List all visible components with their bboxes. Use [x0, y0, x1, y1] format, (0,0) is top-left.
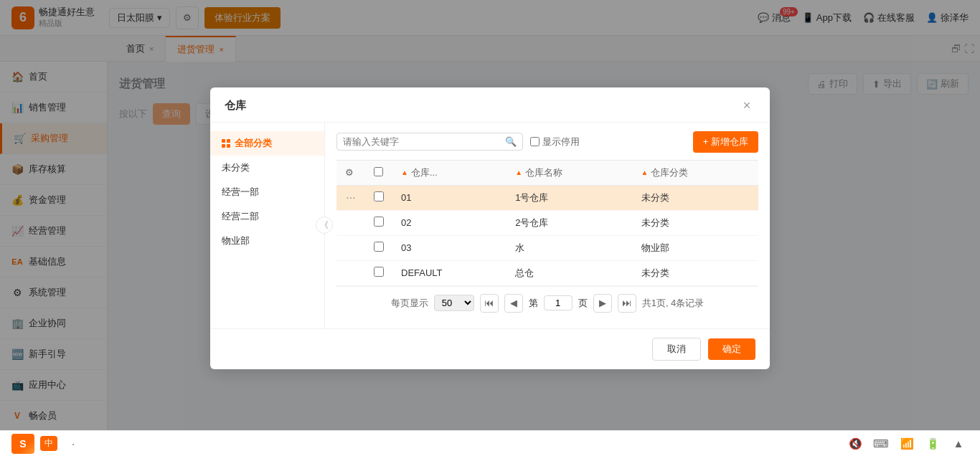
cat-property-dept-label: 物业部	[222, 234, 250, 247]
row-code-1: 01	[392, 185, 507, 210]
modal-body: 全部分类 《 未分类 经营一部 经营二部 物业部	[210, 123, 770, 328]
battery-icon[interactable]: 🔋	[923, 434, 943, 454]
th-gear: ⚙	[336, 160, 365, 185]
next-page-btn[interactable]: ▶	[593, 294, 612, 313]
row-check-2	[365, 210, 392, 235]
row-category-4: 未分类	[633, 260, 758, 285]
row-name-3: 水	[507, 235, 632, 260]
cat-collapse-btn[interactable]: 《	[316, 217, 333, 234]
dot-icon: ·	[63, 434, 83, 454]
row-checkbox-1[interactable]	[374, 191, 384, 201]
pagination-bar: 每页显示 50 100 200 ⏮ ◀ 第 页 ▶ ⏭ 共1页, 4条记录	[336, 286, 758, 320]
row-name-2: 2号仓库	[507, 210, 632, 235]
table-body: ··· 01 1号仓库 未分类	[336, 185, 758, 285]
first-page-btn[interactable]: ⏮	[480, 294, 499, 313]
grid-icon	[222, 139, 230, 148]
row-actions-2	[336, 210, 365, 235]
row-code-3: 03	[392, 235, 507, 260]
confirm-button[interactable]: 确定	[708, 338, 755, 360]
add-warehouse-btn[interactable]: + 新增仓库	[693, 131, 758, 153]
row-actions-4	[336, 260, 365, 285]
wifi-icon[interactable]: 📶	[897, 434, 917, 454]
search-icon: 🔍	[505, 136, 517, 147]
th-check	[365, 160, 392, 185]
cat-all-item[interactable]: 全部分类	[210, 131, 324, 156]
warehouse-table: ⚙ ▲ 仓库...	[336, 160, 758, 286]
row-checkbox-4[interactable]	[374, 267, 384, 277]
per-page-select[interactable]: 50 100 200	[434, 295, 474, 311]
row-actions-3	[336, 235, 365, 260]
row-category-2: 未分类	[633, 210, 758, 235]
th-name: ▲ 仓库名称	[507, 160, 632, 185]
cat-all-label: 全部分类	[235, 137, 272, 150]
table-row[interactable]: ··· 01 1号仓库 未分类	[336, 185, 758, 210]
search-input[interactable]	[343, 136, 501, 147]
cancel-button[interactable]: 取消	[652, 338, 701, 361]
row-check-3	[365, 235, 392, 260]
row-check-1	[365, 185, 392, 210]
page-input[interactable]	[544, 295, 573, 310]
zh-icon: 中	[40, 436, 57, 451]
cat-property-dept[interactable]: 物业部	[210, 229, 324, 253]
row-category-1: 未分类	[633, 185, 758, 210]
select-all-checkbox[interactable]	[374, 167, 383, 176]
row-name-4: 总仓	[507, 260, 632, 285]
sort-icon: ▲	[401, 168, 408, 176]
bottom-bar: S 中 · 🔇 ⌨ 📶 🔋 ▲	[0, 430, 980, 456]
table-header-row: ⚙ ▲ 仓库...	[336, 160, 758, 185]
more-icon-1[interactable]: ···	[346, 191, 355, 204]
cat-ops-dept2[interactable]: 经营二部	[210, 204, 324, 229]
cat-unclassified-label: 未分类	[222, 161, 250, 174]
row-name-1: 1号仓库	[507, 185, 632, 210]
category-sidebar: 全部分类 《 未分类 经营一部 经营二部 物业部	[210, 123, 325, 328]
last-page-btn[interactable]: ⏭	[618, 294, 636, 313]
prev-page-btn[interactable]: ◀	[504, 294, 523, 313]
bottom-left: S 中 ·	[11, 434, 83, 454]
per-page-label: 每页显示	[391, 297, 428, 310]
row-code-2: 02	[392, 210, 507, 235]
modal-footer: 取消 确定	[210, 328, 770, 369]
th-category: ▲ 仓库分类	[633, 160, 758, 185]
page-total: 共1页, 4条记录	[642, 297, 705, 310]
show-disabled-label[interactable]: 显示停用	[530, 136, 580, 148]
search-input-wrap[interactable]: 🔍	[336, 133, 523, 151]
modal-title: 仓库	[225, 99, 246, 113]
show-disabled-text: 显示停用	[542, 136, 580, 148]
warehouse-modal: 仓库 × 全部分类 《 未分类 经营一部	[210, 87, 770, 369]
table-row[interactable]: 02 2号仓库 未分类	[336, 210, 758, 235]
more-icon[interactable]: ▲	[948, 434, 969, 454]
row-category-3: 物业部	[633, 235, 758, 260]
close-icon: ×	[743, 98, 751, 113]
row-actions-1: ···	[336, 185, 365, 210]
table-container: ⚙ ▲ 仓库...	[336, 160, 758, 286]
table-area: 🔍 显示停用 + 新增仓库 ⚙	[325, 123, 770, 328]
table-row[interactable]: 03 水 物业部	[336, 235, 758, 260]
keyboard-icon[interactable]: ⌨	[871, 434, 891, 454]
row-code-4: DEFAULT	[392, 260, 507, 285]
page-label: 第	[529, 297, 538, 310]
table-row[interactable]: DEFAULT 总仓 未分类	[336, 260, 758, 285]
row-checkbox-2[interactable]	[374, 217, 384, 227]
sort-cat-icon: ▲	[641, 168, 649, 176]
show-disabled-checkbox[interactable]	[530, 137, 540, 146]
row-checkbox-3[interactable]	[374, 242, 384, 252]
cat-ops-dept1[interactable]: 经营一部	[210, 180, 324, 204]
th-code: ▲ 仓库...	[392, 160, 507, 185]
table-toolbar: 🔍 显示停用 + 新增仓库	[336, 131, 758, 153]
cat-unclassified[interactable]: 未分类	[210, 156, 324, 180]
s-logo: S	[11, 434, 34, 454]
cat-ops-dept1-label: 经营一部	[222, 186, 259, 199]
row-check-4	[365, 260, 392, 285]
modal-close-btn[interactable]: ×	[738, 98, 755, 115]
modal-backdrop: 仓库 × 全部分类 《 未分类 经营一部	[0, 0, 980, 456]
mute-icon[interactable]: 🔇	[845, 434, 865, 454]
cat-ops-dept2-label: 经营二部	[222, 210, 259, 223]
sort-name-icon: ▲	[515, 168, 522, 176]
modal-header: 仓库 ×	[210, 87, 770, 123]
bottom-right: 🔇 ⌨ 📶 🔋 ▲	[845, 434, 969, 454]
page-unit: 页	[578, 297, 588, 310]
